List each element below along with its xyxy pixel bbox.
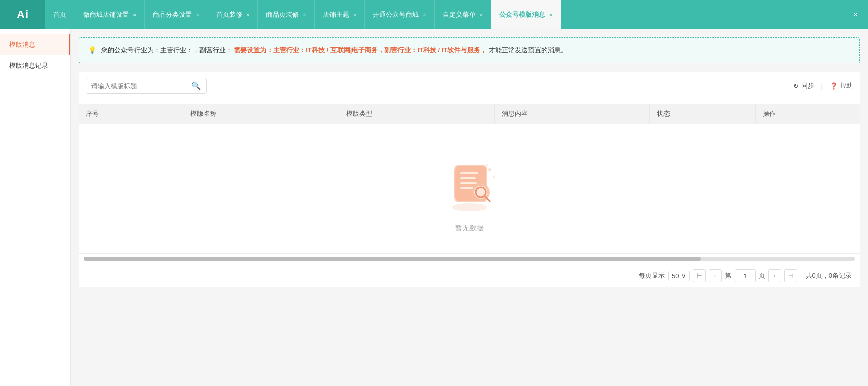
- help-label: 帮助: [840, 81, 853, 90]
- search-input[interactable]: [86, 79, 186, 93]
- nav-tab-theme[interactable]: 店铺主题×: [315, 0, 365, 29]
- svg-point-0: [452, 203, 487, 211]
- sidebar-item-template-record[interactable]: 模版消息记录: [0, 55, 70, 76]
- col-header-content: 消息内容: [494, 104, 650, 124]
- col-header-type: 模版类型: [339, 104, 494, 124]
- nav-tab-homepage[interactable]: 首页装修×: [208, 0, 258, 29]
- notice-icon: 💡: [88, 46, 96, 54]
- notice-highlight: 需要设置为：主营行业：IT科技 / 互联网|电子商务，副营行业：IT科技 / I…: [234, 46, 487, 54]
- sync-button[interactable]: ↻ 同步: [793, 81, 814, 90]
- nav-tab-category[interactable]: 商品分类设置×: [145, 0, 208, 29]
- divider: |: [821, 82, 823, 90]
- main-layout: 模版消息模版消息记录 💡 您的公众号行业为：主营行业：，副营行业： 需要设置为：…: [0, 29, 868, 386]
- close-tab-product-icon[interactable]: ×: [303, 12, 306, 18]
- last-page-button[interactable]: ⊣: [784, 269, 797, 282]
- data-table: 序号模版名称模版类型消息内容状态操作: [79, 104, 860, 124]
- empty-text: 暂无数据: [455, 224, 484, 233]
- nav-tab-product[interactable]: 商品页装修×: [258, 0, 314, 29]
- sidebar-item-template-msg[interactable]: 模版消息: [0, 34, 70, 55]
- current-page-input[interactable]: [735, 269, 756, 282]
- close-all-button[interactable]: ×: [843, 0, 868, 29]
- per-page-chevron: ∨: [681, 272, 686, 280]
- col-header-name: 模版名称: [183, 104, 339, 124]
- nav-tab-home[interactable]: 首页: [45, 0, 75, 29]
- svg-point-9: [488, 168, 491, 171]
- toolbar: 🔍 ↻ 同步 | ❓ 帮助: [79, 72, 860, 99]
- page-unit: 页: [759, 271, 765, 280]
- per-page-value: 50: [672, 272, 679, 280]
- page-label: 第: [725, 271, 731, 280]
- nav-tabs: 首页微商城店铺设置×商品分类设置×首页装修×商品页装修×店铺主题×开通公众号商城…: [45, 0, 843, 29]
- svg-point-11: [486, 164, 488, 166]
- close-tab-template-icon[interactable]: ×: [549, 12, 552, 18]
- svg-rect-2: [460, 177, 476, 179]
- nav-tab-custommenu[interactable]: 自定义菜单×: [435, 0, 491, 29]
- empty-icon: [439, 155, 500, 215]
- col-header-action: 操作: [755, 104, 860, 124]
- content-area: 💡 您的公众号行业为：主营行业：，副营行业： 需要设置为：主营行业：IT科技 /…: [71, 29, 868, 386]
- app-logo: Ai: [0, 0, 45, 29]
- empty-state: 暂无数据: [79, 124, 860, 253]
- close-tab-theme-icon[interactable]: ×: [353, 12, 356, 18]
- help-button[interactable]: ❓ 帮助: [830, 81, 853, 90]
- scrollbar-thumb: [84, 257, 701, 261]
- close-tab-official-icon[interactable]: ×: [423, 12, 426, 18]
- nav-tab-weshop[interactable]: 微商城店铺设置×: [75, 0, 145, 29]
- pagination: 每页显示 50 ∨ ⊢ ‹ 第 页 › ⊣ 共0页，0条记录: [79, 264, 860, 287]
- search-button[interactable]: 🔍: [186, 78, 206, 93]
- prev-page-button[interactable]: ‹: [709, 269, 722, 282]
- next-page-button[interactable]: ›: [768, 269, 781, 282]
- page-total: 共0页，0条记录: [806, 271, 852, 280]
- per-page-label: 每页显示: [639, 271, 665, 280]
- nav-tab-template[interactable]: 公众号模版消息×: [491, 0, 561, 29]
- close-tab-weshop-icon[interactable]: ×: [133, 12, 136, 18]
- scrollbar-area: [79, 253, 860, 264]
- table-header-row: 序号模版名称模版类型消息内容状态操作: [79, 104, 860, 124]
- sync-icon: ↻: [793, 82, 799, 90]
- sidebar: 模版消息模版消息记录: [0, 29, 71, 386]
- close-tab-category-icon[interactable]: ×: [196, 12, 199, 18]
- sync-label: 同步: [801, 81, 814, 90]
- help-icon: ❓: [830, 82, 838, 90]
- notice-suffix: 才能正常发送预置的消息。: [489, 46, 567, 54]
- col-header-status: 状态: [650, 104, 756, 124]
- search-area: 🔍: [86, 78, 207, 94]
- per-page-select[interactable]: 50 ∨: [668, 271, 689, 281]
- notice-box: 💡 您的公众号行业为：主营行业：，副营行业： 需要设置为：主营行业：IT科技 /…: [79, 37, 860, 63]
- notice-prefix: 您的公众号行业为：主营行业：，副营行业：: [101, 46, 232, 54]
- toolbar-right: ↻ 同步 | ❓ 帮助: [793, 81, 853, 90]
- close-tab-custommenu-icon[interactable]: ×: [480, 12, 483, 18]
- nav-tab-official[interactable]: 开通公众号商城×: [365, 0, 434, 29]
- svg-rect-1: [460, 172, 478, 174]
- svg-point-10: [493, 176, 495, 178]
- svg-rect-3: [460, 182, 477, 184]
- top-nav: Ai 首页微商城店铺设置×商品分类设置×首页装修×商品页装修×店铺主题×开通公众…: [0, 0, 868, 29]
- scrollbar-track[interactable]: [84, 257, 855, 261]
- col-header-index: 序号: [79, 104, 183, 124]
- close-tab-homepage-icon[interactable]: ×: [246, 12, 249, 18]
- first-page-button[interactable]: ⊢: [693, 269, 706, 282]
